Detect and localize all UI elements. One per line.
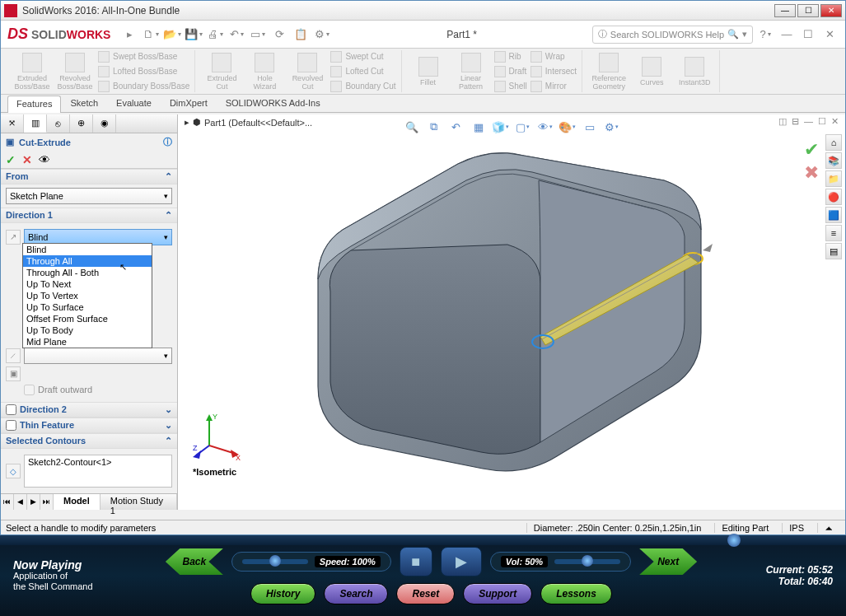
- file-explorer-icon[interactable]: 📁: [825, 170, 842, 187]
- lofted-cut-button[interactable]: Lofted Cut: [330, 65, 395, 78]
- display-manager-tab[interactable]: ◉: [93, 114, 116, 133]
- dimxpert-manager-tab[interactable]: ⊕: [70, 114, 93, 133]
- display-style-icon[interactable]: ▢: [513, 118, 533, 136]
- help-search-input[interactable]: ⓘ Search SOLIDWORKS Help 🔍▾: [592, 26, 753, 44]
- apply-scene-icon[interactable]: ▭: [580, 118, 600, 136]
- lofted-boss-button[interactable]: Lofted Boss/Base: [98, 65, 189, 78]
- feature-tree-tab[interactable]: ⤧: [1, 114, 24, 133]
- print-button[interactable]: 🖨: [206, 26, 224, 44]
- status-expand-icon[interactable]: ⏶: [817, 523, 840, 533]
- depth-input[interactable]: [24, 348, 172, 364]
- next-button[interactable]: Next: [639, 548, 697, 575]
- tab-addins[interactable]: SOLIDWORKS Add-Ins: [217, 95, 330, 112]
- model-tab[interactable]: Model: [54, 494, 100, 510]
- collapse-icon[interactable]: ⌃: [165, 171, 172, 182]
- inner-close-button[interactable]: ✕: [820, 26, 839, 44]
- option-through-all[interactable]: Through All: [23, 255, 152, 267]
- selected-contours-section-head[interactable]: Selected Contours ⌃: [1, 433, 177, 449]
- support-button[interactable]: Support: [463, 583, 532, 604]
- option-up-to-surface[interactable]: Up To Surface: [23, 301, 152, 313]
- volume-slider[interactable]: [554, 559, 620, 564]
- undo-button[interactable]: ↶: [227, 26, 245, 44]
- flyout-tree-breadcrumb[interactable]: ▸ ⬢ Part1 (Default<<Default>...: [185, 117, 312, 128]
- last-tab-button[interactable]: ⏭: [40, 494, 54, 510]
- graphics-viewport[interactable]: ▸ ⬢ Part1 (Default<<Default>... 🔍 ⧉ ↶ ▦ …: [178, 114, 845, 510]
- pm-help-icon[interactable]: ⓘ: [163, 136, 172, 148]
- tab-features[interactable]: Features: [7, 96, 61, 113]
- view-triad[interactable]: Y X Z: [193, 411, 242, 460]
- option-mid-plane[interactable]: Mid Plane: [23, 336, 152, 348]
- forum-icon[interactable]: ▤: [825, 243, 842, 259]
- scrubber-handle[interactable]: [727, 534, 741, 547]
- property-manager-tab[interactable]: ▥: [24, 114, 47, 133]
- hole-wizard-button[interactable]: Hole Wizard: [245, 53, 284, 91]
- shell-button[interactable]: Shell: [494, 80, 527, 93]
- thin-feature-checkbox[interactable]: [6, 420, 16, 431]
- zoom-fit-icon[interactable]: 🔍: [402, 118, 422, 136]
- history-button[interactable]: History: [250, 583, 315, 604]
- previous-view-icon[interactable]: ↶: [446, 118, 466, 136]
- maximize-button[interactable]: ☐: [797, 4, 819, 17]
- save-button[interactable]: 💾: [185, 26, 203, 44]
- appearances-icon[interactable]: 🟦: [825, 207, 842, 223]
- speed-knob[interactable]: [269, 555, 281, 567]
- options-button[interactable]: 📋: [292, 26, 310, 44]
- progress-scrubber[interactable]: [0, 535, 846, 545]
- preview-toggle[interactable]: 👁: [39, 153, 50, 166]
- next-tab-button[interactable]: ▶: [27, 494, 40, 510]
- curves-button[interactable]: Curves: [632, 57, 671, 86]
- stop-button[interactable]: ■: [400, 547, 432, 576]
- reference-geometry-button[interactable]: Reference Geometry: [589, 53, 629, 91]
- expand-icon[interactable]: ⌄: [165, 404, 172, 415]
- hide-show-icon[interactable]: 👁: [535, 118, 555, 136]
- option-up-to-body[interactable]: Up To Body: [23, 324, 152, 336]
- volume-knob[interactable]: [582, 555, 593, 567]
- first-tab-button[interactable]: ⏮: [1, 494, 14, 510]
- boundary-boss-button[interactable]: Boundary Boss/Base: [98, 80, 189, 93]
- draft-icon[interactable]: ▣: [6, 366, 21, 381]
- thin-feature-section-head[interactable]: Thin Feature ⌄: [1, 418, 177, 433]
- new-doc-button[interactable]: 🗋: [142, 26, 160, 44]
- expand-tree-icon[interactable]: ▸: [185, 117, 189, 128]
- view-palette-icon[interactable]: 🔴: [825, 189, 842, 205]
- confirm-corner-ok[interactable]: ✔: [804, 139, 819, 161]
- open-doc-button[interactable]: 📂: [163, 26, 181, 44]
- direction1-section-head[interactable]: Direction 1 ⌃: [1, 208, 177, 223]
- revolved-cut-button[interactable]: Revolved Cut: [287, 53, 327, 91]
- tab-evaluate[interactable]: Evaluate: [107, 95, 161, 112]
- rebuild-button[interactable]: ⟳: [270, 26, 288, 44]
- rib-button[interactable]: Rib: [494, 50, 527, 63]
- vp-split-left[interactable]: ◫: [778, 116, 787, 127]
- close-button[interactable]: ✕: [820, 4, 842, 17]
- settings-gear-button[interactable]: ⚙: [313, 26, 331, 44]
- direction2-checkbox[interactable]: [6, 404, 16, 415]
- linear-pattern-button[interactable]: Linear Pattern: [451, 53, 491, 91]
- wrap-button[interactable]: Wrap: [531, 50, 577, 63]
- direction2-section-head[interactable]: Direction 2 ⌄: [1, 402, 177, 418]
- expand-icon[interactable]: ⌄: [165, 420, 172, 431]
- reverse-direction-icon[interactable]: ↗: [6, 230, 21, 245]
- design-library-icon[interactable]: 📚: [825, 152, 842, 169]
- reset-button[interactable]: Reset: [396, 583, 455, 604]
- from-section-head[interactable]: From ⌃: [1, 169, 177, 184]
- option-through-all-both[interactable]: Through All - Both↖: [23, 267, 152, 278]
- extruded-cut-button[interactable]: Extruded Cut: [202, 53, 241, 91]
- collapse-icon[interactable]: ⌃: [165, 210, 172, 221]
- motion-study-tab[interactable]: Motion Study 1: [100, 494, 177, 510]
- edit-appearance-icon[interactable]: 🎨: [558, 118, 577, 136]
- select-button[interactable]: ▭: [249, 26, 267, 44]
- draft-outward-check[interactable]: Draft outward: [24, 385, 172, 395]
- selected-contours-list[interactable]: Sketch2-Contour<1>: [24, 455, 172, 488]
- option-up-to-vertex[interactable]: Up To Vertex: [23, 290, 152, 301]
- boundary-cut-button[interactable]: Boundary Cut: [330, 80, 395, 93]
- instant3d-button[interactable]: Instant3D: [675, 57, 714, 86]
- revolved-boss-button[interactable]: Revolved Boss/Base: [55, 53, 95, 91]
- extruded-boss-button[interactable]: Extruded Boss/Base: [12, 53, 52, 91]
- tab-sketch[interactable]: Sketch: [61, 95, 107, 112]
- inner-minimize-button[interactable]: —: [778, 26, 796, 44]
- option-blind[interactable]: Blind: [23, 244, 152, 255]
- intersect-button[interactable]: Intersect: [531, 65, 577, 78]
- ok-button[interactable]: ✓: [6, 153, 16, 166]
- menu-flyout-button[interactable]: ▸: [120, 26, 138, 44]
- section-view-icon[interactable]: ▦: [469, 118, 488, 136]
